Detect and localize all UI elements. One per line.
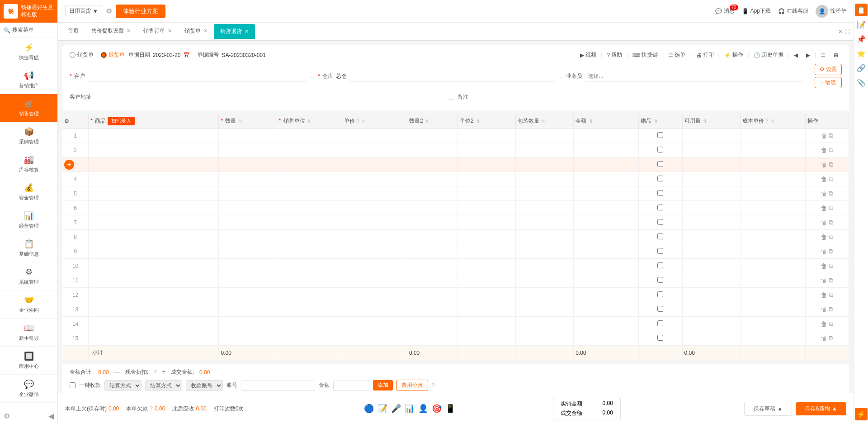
qty-sort-icon[interactable]: ⇅ (239, 119, 242, 124)
avail-sort-icon[interactable]: ⇅ (703, 119, 707, 124)
copy-row-btn[interactable]: ⧉ (829, 248, 833, 255)
unit2-input[interactable] (460, 132, 514, 140)
settings-icon[interactable]: ⚙ (4, 412, 10, 420)
unit2-sort-icon[interactable]: ⇅ (476, 119, 480, 124)
tab-price-setting[interactable]: 售价提取设置 ✕ (85, 24, 137, 39)
delete-row-btn[interactable]: 🗑 (821, 262, 827, 270)
delete-row-btn[interactable]: 🗑 (821, 147, 827, 154)
copy-row-btn[interactable]: ⧉ (829, 262, 833, 270)
app-download-button[interactable]: 📱 App下载 (742, 7, 771, 15)
copy-row-btn[interactable]: ⧉ (829, 146, 833, 154)
salesperson-input[interactable] (585, 71, 803, 81)
delete-row-btn[interactable]: 🗑 (821, 320, 827, 328)
right-panel-btn-7[interactable]: ⚡ (855, 408, 868, 420)
tab-close-sales-return[interactable]: ✕ (245, 29, 249, 34)
gift-checkbox[interactable] (657, 132, 663, 138)
copy-row-btn[interactable]: ⧉ (829, 291, 833, 299)
sidebar-item-member[interactable]: 👑 畅会员 (0, 403, 57, 408)
product-input[interactable] (90, 132, 217, 140)
copy-row-btn[interactable]: ⧉ (829, 175, 833, 183)
qty-cell[interactable] (219, 129, 277, 143)
sidebar-item-apps[interactable]: 🔲 应用中心 (0, 347, 57, 375)
taskbar-icon-2[interactable]: 📝 (377, 404, 387, 414)
tab-close-sales-order[interactable]: ✕ (168, 28, 172, 34)
collapse-icon[interactable]: ◀ (48, 412, 54, 420)
right-panel-btn-1[interactable]: 📋 (855, 4, 868, 16)
delete-row-btn[interactable]: 🗑 (821, 248, 827, 255)
amount-input[interactable] (576, 132, 637, 140)
fee-help-icon[interactable]: ? (432, 382, 435, 389)
close-tab-icon[interactable]: ✕ (838, 29, 843, 35)
sidebar-item-wechat[interactable]: 💬 企业微信 (0, 375, 57, 403)
select-btn[interactable]: ☰ 选单 (665, 50, 689, 60)
grid-view-btn[interactable]: ⊞ (830, 51, 842, 60)
taskbar-icon-5[interactable]: 👤 (418, 404, 428, 414)
price-cell[interactable] (342, 129, 407, 143)
print-btn[interactable]: 🖨 打印 (693, 50, 717, 60)
sidebar-item-purchase[interactable]: 📦 采购管理 (0, 122, 57, 150)
warehouse-input[interactable] (349, 71, 555, 81)
pack-input[interactable] (518, 132, 571, 140)
address-input[interactable] (94, 92, 446, 102)
tab-sales[interactable]: 销货单 ✕ (178, 24, 214, 39)
qty2-cell[interactable] (407, 129, 458, 143)
delete-row-btn[interactable]: 🗑 (821, 219, 827, 226)
pack-sort-icon[interactable]: ⇅ (542, 119, 545, 124)
copy-row-btn[interactable]: ⧉ (829, 161, 833, 168)
taskbar-icon-1[interactable]: 🔵 (364, 404, 374, 414)
video-btn[interactable]: ▶ 视频 (576, 50, 600, 60)
maximize-icon[interactable]: ⛶ (844, 29, 850, 35)
sidebar-item-basic[interactable]: 📋 基础信息 (0, 234, 57, 262)
cost-sort-icon[interactable]: ⇅ (771, 119, 774, 124)
account-select[interactable]: 收款账号 (186, 380, 223, 391)
cash-discount-help-icon[interactable]: ? (154, 369, 157, 376)
product-cell-active[interactable] (89, 157, 219, 172)
add-row-btn[interactable]: + (64, 160, 74, 170)
industry-selector[interactable]: 日用百货 ▼ (65, 5, 102, 17)
right-panel-btn-4[interactable]: ⭐ (855, 47, 868, 60)
gift-cell[interactable] (639, 129, 682, 143)
address-select-btn[interactable]: ... (448, 94, 454, 101)
taskbar-icon-3[interactable]: 🎤 (391, 404, 401, 414)
sidebar-item-sales[interactable]: 🛒 销售管理 (0, 94, 57, 122)
delete-row-btn[interactable]: 🗑 (821, 277, 827, 284)
cta-button[interactable]: 体验行业方案 (116, 5, 165, 18)
radio-sales[interactable]: 销货单 (70, 51, 94, 59)
delete-row-btn[interactable]: 🗑 (821, 233, 827, 241)
right-panel-btn-2[interactable]: 📝 (855, 18, 868, 31)
pack-cell[interactable] (516, 129, 574, 143)
taskbar-icon-6[interactable]: 🎯 (432, 404, 442, 414)
cost-help-icon[interactable]: ? (765, 118, 769, 124)
copy-row-btn[interactable]: ⧉ (829, 204, 833, 212)
unit-sort-icon[interactable]: ⇅ (307, 119, 311, 124)
salesperson-select-btn[interactable]: ... (806, 72, 811, 80)
calendar-icon[interactable]: 📅 (183, 52, 190, 58)
sidebar-item-finance[interactable]: 💰 资金管理 (0, 178, 57, 206)
settlement-select[interactable]: 结算方式 (104, 380, 142, 391)
gift-sort-icon[interactable]: ⇅ (654, 119, 658, 124)
message-button[interactable]: 💬 消息 70 (715, 7, 735, 15)
topbar-gear-icon[interactable]: ⚙ (106, 7, 112, 15)
radio-return[interactable]: 退货单 (101, 51, 125, 59)
delete-row-btn[interactable]: 🗑 (821, 161, 827, 168)
debt-help-icon[interactable]: ? (150, 405, 153, 412)
one-click-pay-checkbox[interactable] (70, 382, 75, 388)
unit-input[interactable] (279, 132, 340, 140)
help-btn[interactable]: ? 帮助 (603, 50, 626, 60)
amount-cell[interactable] (574, 129, 639, 143)
tab-close-price-setting[interactable]: ✕ (127, 28, 131, 34)
copy-row-btn[interactable]: ⧉ (829, 320, 833, 328)
save-new-btn[interactable]: 保存&新增 ▲ (796, 402, 846, 415)
tab-sales-return[interactable]: 销货退货 ✕ (214, 24, 255, 39)
price-help-icon[interactable]: ? (356, 118, 359, 124)
delete-row-btn[interactable]: 🗑 (821, 306, 827, 313)
delete-row-btn[interactable]: 🗑 (821, 335, 827, 342)
product-cell[interactable] (89, 143, 219, 157)
price-input[interactable] (344, 132, 405, 140)
customer-select-btn[interactable]: ... (309, 72, 315, 80)
right-panel-btn-3[interactable]: 📌 (855, 33, 868, 45)
delete-row-btn[interactable]: 🗑 (821, 205, 827, 212)
delete-row-btn[interactable]: 🗑 (821, 190, 827, 197)
next-record-btn[interactable]: ▶ (802, 51, 814, 60)
sidebar-item-system[interactable]: ⚙ 系统管理 (0, 262, 57, 291)
